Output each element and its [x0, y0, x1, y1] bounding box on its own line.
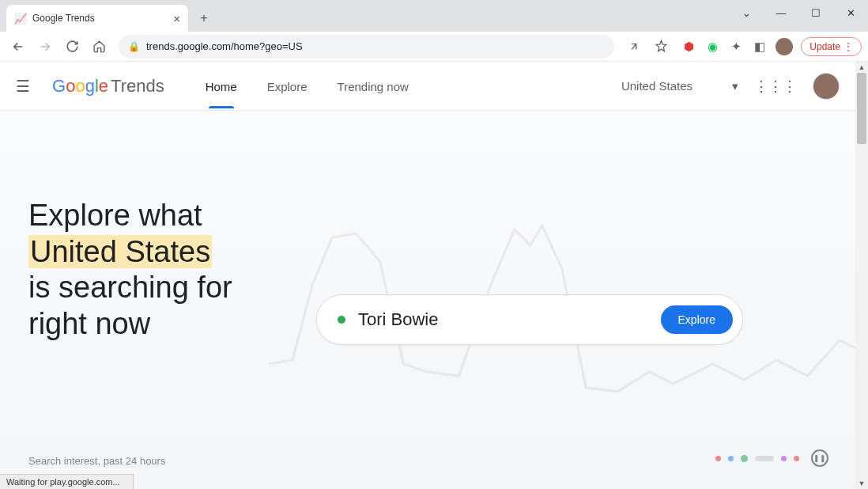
extensions-puzzle-icon[interactable]: ✦: [728, 39, 744, 55]
hamburger-menu-icon[interactable]: ☰: [16, 77, 30, 96]
tab-home[interactable]: Home: [206, 64, 237, 108]
lock-icon: 🔒: [128, 41, 140, 52]
home-button[interactable]: [87, 35, 111, 59]
browser-tab[interactable]: 📈 Google Trends ×: [6, 5, 188, 32]
explore-button[interactable]: Explore: [661, 305, 733, 334]
headline-line4: right now: [28, 306, 232, 343]
headline-highlight: United States: [28, 235, 212, 268]
extension-green-icon[interactable]: ◉: [704, 39, 720, 55]
profile-avatar-small[interactable]: [776, 38, 793, 55]
pager-dot-active[interactable]: [741, 455, 748, 462]
update-label: Update: [810, 41, 840, 52]
window-titlebar: 📈 Google Trends × + ⌄ — ☐ ✕: [0, 0, 868, 32]
kebab-icon: ⋮: [843, 41, 853, 52]
scroll-thumb[interactable]: [857, 73, 866, 144]
tab-explore[interactable]: Explore: [267, 64, 308, 108]
trending-search-pill[interactable]: Tori Bowie Explore: [316, 294, 743, 345]
hero-section: Explore what United States is searching …: [0, 111, 855, 489]
tab-trending-now[interactable]: Trending now: [338, 64, 409, 108]
site-nav: ☰ Google Trends Home Explore Trending no…: [0, 62, 855, 111]
headline-line1: Explore what: [28, 198, 232, 234]
pager-dot[interactable]: [781, 456, 787, 461]
browser-toolbar: 🔒 trends.google.com/home?geo=US ⬢ ◉ ✦ ◧ …: [0, 32, 868, 62]
back-button[interactable]: [6, 35, 30, 59]
browser-status-bar: Waiting for play.google.com...: [0, 474, 134, 489]
region-selector[interactable]: United States ▾: [621, 79, 738, 93]
bookmark-icon[interactable]: [649, 35, 673, 59]
search-interest-label: Search interest, past 24 hours: [28, 455, 165, 467]
pager-dot[interactable]: [755, 456, 774, 461]
trending-term: Tori Bowie: [358, 309, 648, 330]
live-dot-icon: [338, 316, 345, 324]
url-text: trends.google.com/home?geo=US: [146, 40, 303, 52]
scroll-up-icon[interactable]: ▲: [855, 62, 868, 73]
region-label: United States: [621, 79, 693, 93]
address-bar[interactable]: 🔒 trends.google.com/home?geo=US: [119, 35, 614, 59]
google-apps-icon[interactable]: ⋮⋮⋮: [754, 78, 797, 95]
tab-title: Google Trends: [32, 13, 168, 24]
trends-favicon-icon: 📈: [14, 12, 27, 25]
pager-dot[interactable]: [794, 456, 799, 461]
forward-button[interactable]: [33, 35, 57, 59]
window-controls: ⌄ — ☐ ✕: [729, 0, 868, 25]
hero-headline: Explore what United States is searching …: [28, 198, 232, 342]
tab-close-icon[interactable]: ×: [173, 12, 180, 25]
nav-tabs: Home Explore Trending now: [206, 64, 409, 108]
extension-icons: ⬢ ◉ ✦ ◧: [676, 38, 798, 55]
vertical-scrollbar[interactable]: ▲ ▼: [855, 62, 868, 489]
new-tab-button[interactable]: +: [193, 7, 215, 29]
pause-icon[interactable]: ❚❚: [811, 449, 828, 467]
google-trends-logo[interactable]: Google Trends: [52, 76, 164, 97]
tab-search-icon[interactable]: ⌄: [729, 0, 764, 25]
page: ☰ Google Trends Home Explore Trending no…: [0, 62, 855, 489]
share-icon[interactable]: [622, 35, 646, 59]
reload-button[interactable]: [60, 35, 84, 59]
pager-dot[interactable]: [715, 456, 721, 461]
chevron-down-icon: ▾: [732, 79, 738, 93]
extension-red-icon[interactable]: ⬢: [681, 39, 696, 55]
pager-dot[interactable]: [728, 456, 734, 461]
carousel-pager: ❚❚: [715, 449, 828, 467]
nav-right: United States ▾ ⋮⋮⋮: [621, 73, 840, 100]
logo-trends-text: Trends: [111, 76, 164, 97]
profile-avatar[interactable]: [813, 73, 840, 100]
scroll-down-icon[interactable]: ▼: [855, 478, 868, 489]
close-window-button[interactable]: ✕: [833, 0, 868, 25]
headline-line3: is searching for: [28, 270, 232, 306]
sidepanel-icon[interactable]: ◧: [752, 39, 768, 55]
content-area: ☰ Google Trends Home Explore Trending no…: [0, 62, 868, 489]
maximize-button[interactable]: ☐: [798, 0, 833, 25]
update-button[interactable]: Update ⋮: [801, 37, 862, 56]
minimize-button[interactable]: —: [764, 0, 798, 25]
